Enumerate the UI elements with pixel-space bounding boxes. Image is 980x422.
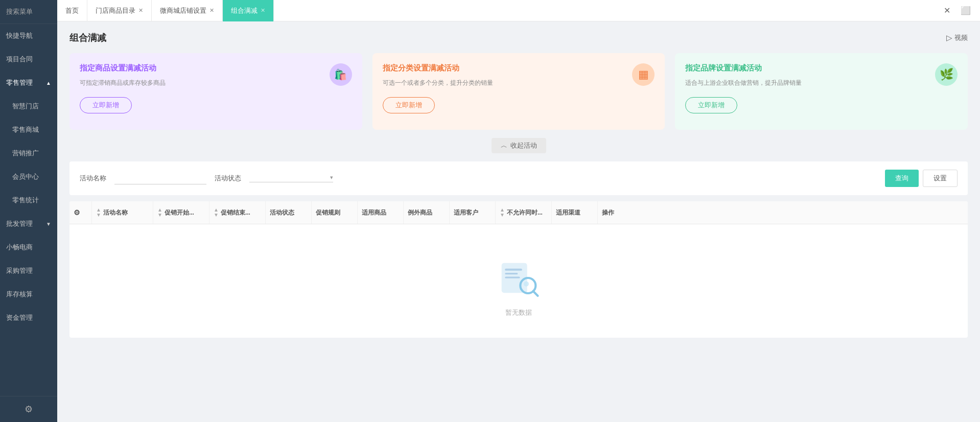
th-promo-end: ▲▼ 促销结束... [209, 201, 266, 224]
sidebar-item-retail-mall[interactable]: 零售商城 [0, 118, 57, 142]
tab-store-catalog-close-icon[interactable]: ✕ [138, 7, 143, 14]
svg-line-5 [533, 291, 538, 296]
tab-window-controls: ✕ ⬜ [941, 4, 980, 17]
product-card: 🛍️ 指定商品设置满减活动 可指定滞销商品或库存较多商品 立即新增 [69, 53, 362, 130]
th-settings: ⚙ [69, 201, 92, 224]
sidebar-item-marketing[interactable]: 营销推广 [0, 142, 57, 165]
sidebar-search[interactable]: 搜索菜单 [0, 0, 57, 24]
th-applicable-channel: 适用渠道 [552, 201, 598, 224]
tab-combo-discount[interactable]: 组合满减 ✕ [223, 0, 274, 21]
filter-bar: 活动名称 活动状态 ▾ 查询 设置 [69, 161, 968, 195]
collapse-activities-button[interactable]: ︿ 收起活动 [492, 138, 546, 153]
tab-home[interactable]: 首页 [57, 0, 87, 21]
svg-rect-3 [505, 277, 520, 278]
category-card: ▦ 指定分类设置满减活动 可选一个或者多个分类，提升分类的销量 立即新增 [372, 53, 665, 130]
video-link[interactable]: ▷ 视频 [946, 33, 968, 42]
th-activity-name: ▲▼ 活动名称 [92, 201, 153, 224]
cards-row: 🛍️ 指定商品设置满减活动 可指定滞销商品或库存较多商品 立即新增 ▦ 指定分类… [69, 53, 968, 130]
empty-state: 暂无数据 [69, 224, 968, 338]
sidebar-item-wholesale-mgmt[interactable]: 批发管理 ▼ [0, 212, 57, 236]
svg-rect-2 [505, 273, 518, 274]
th-promo-start: ▲▼ 促销开始... [153, 201, 209, 224]
retail-mgmt-arrow-icon: ▲ [46, 80, 51, 86]
tab-store-catalog[interactable]: 门店商品目录 ✕ [87, 0, 152, 21]
product-card-icon: 🛍️ [330, 63, 352, 86]
settings-button[interactable]: 设置 [923, 170, 958, 187]
sidebar-item-retail-mgmt[interactable]: 零售管理 ▲ [0, 71, 57, 95]
sidebar-item-small-ecom[interactable]: 小畅电商 [0, 236, 57, 259]
th-activity-name-sort-icon[interactable]: ▲▼ [96, 207, 101, 218]
table-header: ⚙ ▲▼ 活动名称 ▲▼ 促销开始... ▲▼ [69, 201, 968, 224]
th-promo-end-sort-icon[interactable]: ▲▼ [214, 207, 219, 218]
collapse-icon: ︿ [501, 141, 507, 150]
category-card-desc: 可选一个或者多个分类，提升分类的销量 [383, 78, 655, 88]
tab-wechat-shop[interactable]: 微商城店铺设置 ✕ [152, 0, 223, 21]
sidebar-item-quick-nav[interactable]: 快捷导航 [0, 24, 57, 48]
sidebar-item-smart-store[interactable]: 智慧门店 [0, 95, 57, 118]
main-area: 首页 门店商品目录 ✕ 微商城店铺设置 ✕ 组合满减 ✕ ✕ ⬜ 组合满减 ▷ … [57, 0, 980, 422]
empty-state-text: 暂无数据 [505, 308, 532, 317]
svg-rect-1 [505, 269, 522, 271]
page-title: 组合满减 [69, 32, 106, 44]
th-activity-status: 活动状态 [266, 201, 312, 224]
window-close-button[interactable]: ✕ [941, 4, 953, 17]
sidebar: 搜索菜单 快捷导航 项目合同 零售管理 ▲ 智慧门店 零售商城 营销推广 会员中… [0, 0, 57, 422]
page-header: 组合满减 ▷ 视频 [69, 32, 968, 44]
th-no-concurrent: ▲▼ 不允许同时... [496, 201, 552, 224]
brand-card-icon: 🌿 [935, 63, 958, 86]
th-exception-goods: 例外商品 [404, 201, 450, 224]
product-card-title: 指定商品设置满减活动 [80, 63, 352, 73]
wholesale-mgmt-arrow-icon: ▼ [46, 221, 51, 227]
th-applicable-customer: 适用客户 [450, 201, 496, 224]
tab-wechat-shop-close-icon[interactable]: ✕ [209, 7, 214, 14]
sidebar-item-project-contract[interactable]: 项目合同 [0, 48, 57, 71]
brand-card-desc: 适合与上游企业联合做营销，提升品牌销量 [685, 78, 958, 88]
th-promo-rule: 促销规则 [312, 201, 358, 224]
th-applicable-goods: 适用商品 [358, 201, 404, 224]
th-no-concurrent-sort-icon[interactable]: ▲▼ [500, 207, 505, 218]
th-operation: 操作 [598, 201, 639, 224]
activity-name-label: 活动名称 [80, 174, 106, 183]
sidebar-item-retail-stats[interactable]: 零售统计 [0, 189, 57, 212]
gear-icon[interactable]: ⚙ [74, 208, 80, 217]
content-area: 组合满减 ▷ 视频 🛍️ 指定商品设置满减活动 可指定滞销商品或库存较多商品 立… [57, 21, 980, 422]
collapse-bar: ︿ 收起活动 [69, 138, 968, 153]
brand-card: 🌿 指定品牌设置满减活动 适合与上游企业联合做营销，提升品牌销量 立即新增 [675, 53, 968, 130]
play-circle-icon: ▷ [946, 33, 952, 42]
activity-status-select[interactable]: ▾ [249, 174, 333, 182]
query-button[interactable]: 查询 [885, 170, 919, 187]
svg-point-6 [524, 282, 529, 287]
empty-state-illustration [493, 255, 544, 301]
th-promo-start-sort-icon[interactable]: ▲▼ [157, 207, 162, 218]
sidebar-item-member-center[interactable]: 会员中心 [0, 165, 57, 189]
filter-actions: 查询 设置 [885, 170, 958, 187]
sidebar-settings[interactable]: ⚙ [0, 396, 57, 422]
chevron-down-icon: ▾ [330, 174, 333, 181]
category-card-title: 指定分类设置满减活动 [383, 63, 655, 73]
sidebar-item-inventory[interactable]: 库存核算 [0, 283, 57, 306]
activity-status-label: 活动状态 [215, 174, 241, 183]
tab-combo-discount-close-icon[interactable]: ✕ [261, 7, 265, 14]
settings-icon: ⚙ [25, 404, 33, 415]
window-maximize-button[interactable]: ⬜ [958, 4, 974, 17]
category-card-add-button[interactable]: 立即新增 [383, 97, 435, 113]
sidebar-item-finance-mgmt[interactable]: 资金管理 [0, 306, 57, 330]
tab-bar: 首页 门店商品目录 ✕ 微商城店铺设置 ✕ 组合满减 ✕ ✕ ⬜ [57, 0, 980, 21]
sidebar-item-purchase-mgmt[interactable]: 采购管理 [0, 259, 57, 283]
brand-card-title: 指定品牌设置满减活动 [685, 63, 958, 73]
activity-name-input[interactable] [114, 172, 206, 184]
product-card-desc: 可指定滞销商品或库存较多商品 [80, 78, 352, 88]
brand-card-add-button[interactable]: 立即新增 [685, 97, 737, 113]
product-card-add-button[interactable]: 立即新增 [80, 97, 132, 113]
data-table: ⚙ ▲▼ 活动名称 ▲▼ 促销开始... ▲▼ [69, 201, 968, 338]
